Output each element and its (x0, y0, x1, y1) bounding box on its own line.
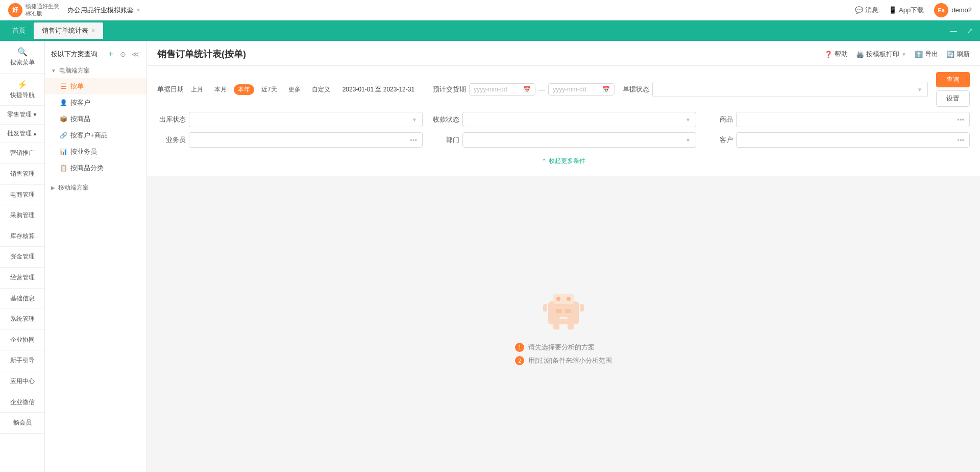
salesperson-input[interactable]: ••• (189, 132, 423, 148)
print-dropdown-icon: ▼ (901, 52, 906, 57)
empty-tips: 1 请先选择要分析的方案 2 用[过滤]条件来缩小分析范围 (515, 343, 611, 365)
expected-date-label: 预计交货期 (433, 85, 466, 94)
sidebar-item-enterprise[interactable]: 企业协同 (0, 330, 44, 351)
sidebar-item-quick-nav[interactable]: ⚡ 快捷导航 (0, 74, 44, 106)
sidebar-item-retail[interactable]: 零售管理 ▼ (0, 106, 44, 125)
scheme-item-by-customer[interactable]: 👤 按客户 (45, 95, 146, 111)
top-bar-left: 好 畅捷通好生意 标准版 办公用品行业模拟账套 ▼ (8, 3, 145, 17)
top-bar: 好 畅捷通好生意 标准版 办公用品行业模拟账套 ▼ 💬 消息 📱 App下载 E… (0, 0, 980, 20)
customer-group: 客户 ••• (704, 132, 970, 148)
shortcut-more[interactable]: 更多 (284, 84, 305, 95)
scheme-section-pc: ▼ 电脑端方案 ☰ 按单 👤 按客户 📦 按商品 🔗 按客户+商品 (45, 63, 146, 180)
chevron-down-icon: ▼ (685, 117, 691, 123)
collapse-arrow-icon: ⌃ (542, 158, 547, 165)
sidebar-item-marketing[interactable]: 营销推广 (0, 143, 44, 164)
app-download-button[interactable]: 📱 App下载 (889, 6, 924, 15)
department-select[interactable]: ▼ (462, 132, 696, 148)
export-button[interactable]: ⬆️ 导出 (915, 50, 938, 59)
sidebar-item-purchase[interactable]: 采购管理 (0, 205, 44, 226)
shortcut-last-month[interactable]: 上月 (187, 84, 207, 95)
order-status-select[interactable]: ▼ (652, 82, 928, 97)
add-scheme-button[interactable]: + (106, 49, 116, 59)
date-filter-group: 单据日期 上月 本月 本年 近7天 更多 自定义 (157, 84, 334, 95)
expand-icon: ▼ (33, 112, 38, 117)
tip-num-1: 1 (515, 343, 524, 352)
shortcut-7days[interactable]: 近7天 (257, 84, 281, 95)
collapse-more-button[interactable]: ⌃ 收起更多条件 (157, 153, 970, 170)
sidebar-item-operations[interactable]: 经营管理 (0, 268, 44, 289)
sidebar-item-wechat[interactable]: 企业微信 (0, 392, 44, 413)
shortcut-this-month[interactable]: 本月 (210, 84, 231, 95)
scheme-item-by-customer-product[interactable]: 🔗 按客户+商品 (45, 127, 146, 144)
add-icon: + (108, 50, 113, 59)
salesperson-label: 业务员 (157, 135, 186, 145)
payment-status-select[interactable]: ▼ (462, 112, 696, 127)
print-button[interactable]: 🖨️ 按模板打印 ▼ (856, 50, 906, 59)
sidebar-item-inventory[interactable]: 库存核算 (0, 226, 44, 247)
tab-sales-order[interactable]: 销售订单统计表 × (34, 22, 103, 39)
sidebar-item-sales[interactable]: 销售管理 (0, 164, 44, 185)
print-icon: 🖨️ (856, 51, 864, 58)
shortcut-custom[interactable]: 自定义 (308, 84, 334, 95)
page-header: 销售订单统计表(按单) ❓ 帮助 🖨️ 按模板打印 ▼ ⬆️ 导出 (147, 41, 980, 66)
scheme-section-mobile-header[interactable]: ▶ 移动端方案 (45, 180, 146, 195)
sidebar-item-ecommerce[interactable]: 电商管理 (0, 185, 44, 206)
settings-scheme-button[interactable]: ⊙ (118, 49, 128, 59)
payment-status-label: 收款状态 (431, 115, 459, 124)
calendar-icon: 📅 (602, 86, 610, 93)
collapse-panel-button[interactable]: ≪ (130, 49, 140, 59)
sidebar-item-members[interactable]: 畅会员 (0, 413, 44, 434)
order-status-group: 单据状态 ▼ (623, 82, 928, 97)
company-selector[interactable]: 办公用品行业模拟账套 ▼ (63, 4, 145, 17)
query-button[interactable]: 查询 (936, 72, 970, 87)
scheme-item-by-product[interactable]: 📦 按商品 (45, 111, 146, 127)
sidebar-item-wholesale[interactable]: 批发管理 ▲ (0, 125, 44, 144)
chevron-down-icon: ▼ (917, 87, 922, 92)
maximize-button[interactable]: ⤢ (964, 25, 976, 37)
tab-close-icon[interactable]: × (91, 27, 95, 34)
tab-home[interactable]: 首页 (4, 22, 34, 39)
expected-date-end-input[interactable]: yyyy-mm-dd 📅 (548, 83, 615, 96)
payment-status-group: 收款状态 ▼ (431, 112, 696, 127)
shortcut-this-year[interactable]: 本年 (234, 84, 254, 95)
avatar: Ea (934, 3, 948, 17)
scheme-item-by-salesperson[interactable]: 📊 按业务员 (45, 144, 146, 160)
settings-button[interactable]: 设置 (936, 90, 970, 107)
refresh-icon: 🔄 (946, 51, 954, 58)
sidebar-item-appcenter[interactable]: 应用中心 (0, 371, 44, 392)
help-icon: ❓ (824, 51, 832, 58)
user-menu[interactable]: Ea demo2 (934, 3, 972, 17)
scheme-item-by-category[interactable]: 📋 按商品分类 (45, 160, 146, 176)
sidebar-item-basicinfo[interactable]: 基础信息 (0, 289, 44, 310)
by-salesperson-icon: 📊 (59, 148, 67, 156)
message-icon: 💬 (855, 6, 863, 14)
shipment-status-select[interactable]: ▼ (189, 112, 423, 127)
help-button[interactable]: ❓ 帮助 (824, 50, 848, 59)
sidebar: 🔍 搜索菜单 ⚡ 快捷导航 零售管理 ▼ 批发管理 ▲ 营销推广 销售管理 电商… (0, 41, 45, 472)
dots-icon: ••• (957, 116, 964, 124)
sidebar-item-newbie[interactable]: 新手引导 (0, 350, 44, 371)
minimize-button[interactable]: — (947, 25, 960, 37)
customer-label: 客户 (704, 135, 733, 145)
top-bar-right: 💬 消息 📱 App下载 Ea demo2 (855, 3, 972, 17)
collapse-icon: ≪ (132, 50, 139, 58)
scheme-item-by-order[interactable]: ☰ 按单 (45, 78, 146, 95)
department-group: 部门 ▼ (431, 132, 696, 148)
sidebar-item-system[interactable]: 系统管理 (0, 309, 44, 330)
refresh-button[interactable]: 🔄 刷新 (946, 50, 970, 59)
customer-input[interactable]: ••• (736, 132, 970, 148)
sidebar-item-search-menu[interactable]: 🔍 搜索菜单 (0, 41, 44, 74)
message-button[interactable]: 💬 消息 (855, 6, 878, 15)
sidebar-item-finance[interactable]: 资金管理 (0, 247, 44, 268)
logo-text: 畅捷通好生意 标准版 (26, 3, 59, 16)
tip-num-2: 2 (515, 356, 524, 365)
scheme-section-pc-header[interactable]: ▼ 电脑端方案 (45, 63, 146, 78)
filter-row-1: 单据日期 上月 本月 本年 近7天 更多 自定义 2023-01-01 至 20… (157, 72, 970, 107)
svg-rect-10 (568, 323, 574, 329)
dots-icon: ••• (410, 136, 417, 144)
expected-date-start-input[interactable]: yyyy-mm-dd 📅 (469, 83, 535, 96)
date-range-display: 2023-01-01 至 2023-12-31 (342, 85, 414, 94)
section-arrow-icon: ▶ (51, 185, 55, 191)
goods-input[interactable]: ••• (736, 112, 970, 127)
svg-rect-9 (553, 323, 559, 329)
